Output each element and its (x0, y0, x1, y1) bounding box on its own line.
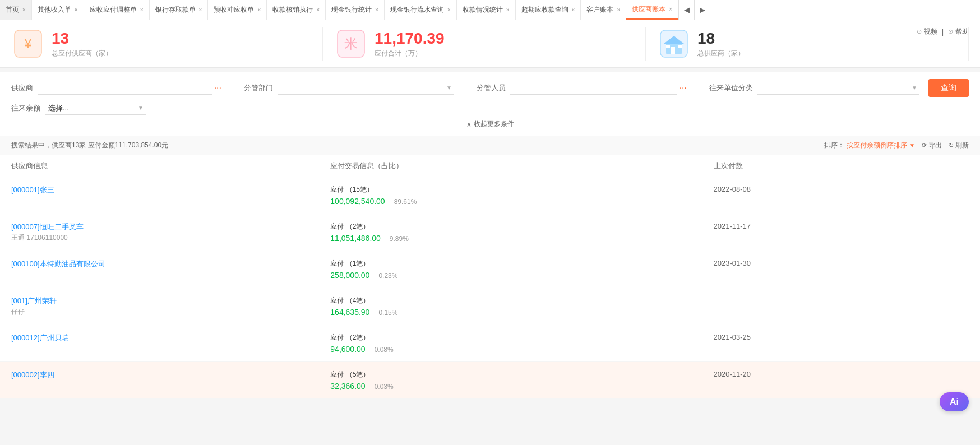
payable-amount-value: 11,170.39 (375, 30, 445, 48)
refresh-button[interactable]: ↻ 刷新 (949, 141, 969, 150)
supplier-name-link-3[interactable]: [000100]本特勤油品有限公司 (11, 259, 105, 268)
payable-amount-label: 应付合计（万） (375, 49, 445, 58)
payable-count-3: 应付 （1笔） (330, 259, 713, 268)
last-payment-date-3: 2023-01-30 (714, 248, 751, 267)
tab-bank-deposit[interactable]: 银行存取款单 × (150, 0, 209, 20)
tab-overdue-ar-close[interactable]: × (572, 7, 575, 13)
payable-count-2: 应付 （2笔） (330, 222, 713, 231)
tab-other-income-close[interactable]: × (75, 7, 78, 13)
refresh-icon: ↻ (949, 142, 954, 149)
filter-section: 供应商 ··· 分管部门 ▼ 分管人员 ··· 往来单位分类 (0, 72, 980, 136)
tab-cash-flow-query[interactable]: 现金银行流水查询 × (385, 0, 457, 20)
supplier-name-link-5[interactable]: [000012]广州贝瑞 (11, 333, 69, 342)
payable-percent-2: 9.89% (390, 235, 409, 243)
category-select-wrapper: ▼ (757, 81, 919, 95)
tab-cash-bank-stat[interactable]: 现金银行统计 × (326, 0, 385, 20)
tab-home-label: 首页 (6, 5, 19, 15)
refresh-label: 刷新 (955, 141, 969, 150)
category-filter-select[interactable] (757, 81, 912, 94)
table-row: [000007]恒旺二手叉车 王通 17106110000 应付 （2笔） 11… (0, 214, 980, 251)
last-payment-cell-5: 2021-03-25 (714, 333, 969, 341)
result-summary: 搜索结果中，供应商13家 应付金额111,703,854.00元 (11, 141, 168, 150)
supplier-info-cell-4: [001]广州荣轩 仔仔 (11, 296, 330, 317)
payable-row-4: 164,635.90 0.15% (330, 308, 713, 317)
collapse-button[interactable]: ∧ 收起更多条件 (11, 119, 969, 129)
payable-amount-link-1[interactable]: 100,092,540.00 (330, 197, 385, 206)
export-button[interactable]: ⟳ 导出 (922, 141, 942, 150)
result-bar: 搜索结果中，供应商13家 应付金额111,703,854.00元 排序： 按应付… (0, 136, 980, 155)
filter-dept: 分管部门 ▼ (244, 81, 454, 95)
tab-cash-flow-query-close[interactable]: × (447, 7, 451, 13)
stats-bar: ¥ 13 总应付供应商（家） 米 11,170.39 应付合计（万） (0, 20, 980, 68)
supplier-name-link-6[interactable]: [000002]李四 (11, 370, 54, 379)
balance-filter-select[interactable]: 选择... (45, 101, 138, 114)
payable-amount-link-2[interactable]: 11,051,486.00 (330, 234, 381, 243)
help-link[interactable]: 帮助 (955, 27, 969, 36)
person-filter-dots[interactable]: ··· (679, 83, 687, 93)
tab-bank-deposit-label: 银行存取款单 (155, 5, 196, 15)
sort-value[interactable]: 按应付余额倒序排序 (847, 141, 907, 150)
nav-prev-arrow[interactable]: ◀ (678, 0, 694, 20)
payable-count-4: 应付 （4笔） (330, 296, 713, 305)
supplier-name-link-4[interactable]: [001]广州荣轩 (11, 296, 57, 305)
tab-supplier-ledger[interactable]: 供应商账本 × (626, 0, 678, 20)
payable-amount-link-4[interactable]: 164,635.90 (330, 308, 369, 317)
last-payment-cell-3: 2023-01-30 (714, 259, 969, 267)
payable-row-1: 100,092,540.00 89.61% (330, 197, 713, 206)
last-payment-cell-2: 2021-11-17 (714, 222, 969, 230)
total-suppliers-label: 总供应商（家） (697, 49, 745, 58)
tab-customer-ledger[interactable]: 客户账本 × (581, 0, 626, 20)
supplier-filter-dots[interactable]: ··· (214, 83, 221, 93)
query-button[interactable]: 查询 (928, 79, 969, 97)
balance-dropdown-arrow: ▼ (138, 105, 146, 111)
supplier-name-link-1[interactable]: [000001]张三 (11, 186, 54, 194)
tab-supplier-ledger-close[interactable]: × (669, 6, 672, 12)
tab-other-income[interactable]: 其他收入单 × (32, 0, 84, 20)
filter-person: 分管人员 ··· (477, 81, 687, 95)
dept-filter-label: 分管部门 (244, 83, 273, 93)
tab-ar-ap-adjust[interactable]: 应收应付调整单 × (84, 0, 150, 20)
person-filter-input[interactable] (510, 81, 677, 95)
last-payment-date-2: 2021-11-17 (714, 211, 751, 230)
header-payable-info: 应付交易信息（占比） (330, 161, 713, 171)
payable-amount-link-3[interactable]: 258,000.00 (330, 271, 369, 280)
tab-ar-ap-adjust-close[interactable]: × (140, 7, 144, 13)
tab-receipt-verify-close[interactable]: × (316, 7, 320, 13)
sort-dropdown-arrow: ▼ (909, 142, 915, 149)
tab-cash-flow-query-label: 现金银行流水查询 (390, 5, 444, 15)
tab-overdue-ar[interactable]: 超期应收款查询 × (516, 0, 581, 20)
supplier-filter-input[interactable] (38, 81, 212, 95)
payable-count-5: 应付 （2笔） (330, 333, 713, 342)
supplier-name-link-2[interactable]: [000007]恒旺二手叉车 (11, 222, 84, 231)
payable-info-cell-3: 应付 （1笔） 258,000.00 0.23% (330, 259, 713, 280)
tab-receipt-stat-label: 收款情况统计 (463, 5, 503, 15)
dept-filter-select[interactable] (278, 81, 446, 94)
nav-next-arrow[interactable]: ▶ (694, 0, 710, 20)
tab-ar-ap-adjust-label: 应收应付调整单 (90, 5, 137, 15)
payable-amount-link-6[interactable]: 32,366.00 (330, 382, 365, 391)
tab-bank-deposit-close[interactable]: × (199, 7, 202, 13)
tab-prepay-ar[interactable]: 预收冲应收单 × (208, 0, 267, 20)
payable-amount-link-5[interactable]: 94,600.00 (330, 345, 365, 354)
payable-percent-6: 0.03% (375, 383, 394, 391)
tab-receipt-stat-close[interactable]: × (506, 7, 510, 13)
video-link[interactable]: 视频 (924, 27, 937, 36)
payable-row-2: 11,051,486.00 9.89% (330, 234, 713, 243)
header-supplier-info: 供应商信息 (11, 161, 330, 171)
tab-receipt-verify[interactable]: 收款核销执行 × (267, 0, 326, 20)
tab-prepay-ar-close[interactable]: × (257, 7, 261, 13)
svg-rect-7 (671, 47, 675, 54)
supplier-sub-2: 王通 17106110000 (11, 233, 330, 243)
payable-info-cell-2: 应付 （2笔） 11,051,486.00 9.89% (330, 222, 713, 243)
stat-payable-suppliers: ¥ 13 总应付供应商（家） (11, 27, 323, 61)
dept-select-wrapper: ▼ (278, 81, 454, 95)
tab-cash-bank-stat-close[interactable]: × (375, 7, 378, 13)
tab-home-close[interactable]: × (22, 7, 26, 13)
ai-button[interactable]: Ai (940, 392, 969, 398)
filter-row-2: 往来余额 选择... ▼ (11, 101, 969, 115)
tab-receipt-stat[interactable]: 收款情况统计 × (457, 0, 516, 20)
tab-home[interactable]: 首页 × (0, 0, 32, 20)
payable-percent-3: 0.23% (378, 272, 397, 280)
total-suppliers-count: 18 (697, 30, 745, 48)
tab-customer-ledger-close[interactable]: × (617, 7, 620, 13)
